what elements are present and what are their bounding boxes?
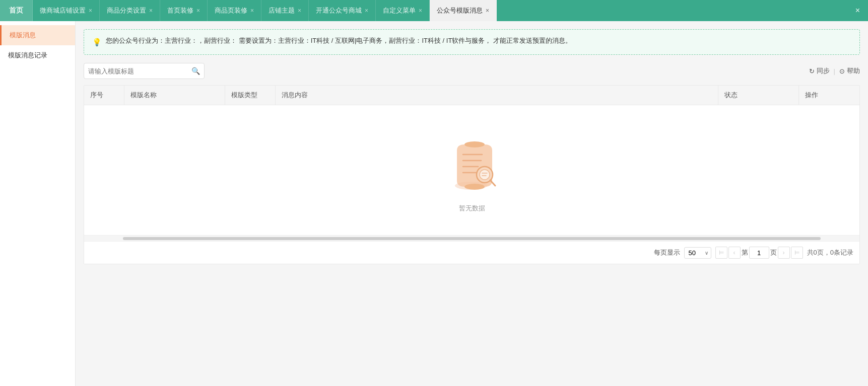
- table-header: 序号 模版名称 模版类型 消息内容 状态 操作: [84, 86, 859, 105]
- page-navigation: ⊨ ‹ 第 页 › ⊨: [715, 247, 803, 259]
- nav-tab-template-msg[interactable]: 公众号模版消息 ×: [430, 0, 497, 21]
- nav-tab-custom-menu-label: 自定义菜单: [383, 6, 416, 15]
- nav-tab-shop-theme-label: 店铺主题: [269, 6, 295, 15]
- search-bar: 🔍 ↻ 同步 | ⊙ 帮助: [84, 63, 860, 79]
- pagination: 每页显示 50 10 20 100 ⊨ ‹ 第 页: [84, 241, 859, 264]
- help-button[interactable]: ⊙ 帮助: [839, 66, 860, 75]
- page-number-input[interactable]: [749, 247, 769, 259]
- empty-illustration: [442, 135, 502, 196]
- search-input-wrap: 🔍: [84, 63, 205, 79]
- page-word2: 页: [770, 248, 777, 257]
- horizontal-scrollbar[interactable]: [84, 235, 859, 241]
- sidebar-item-template-message[interactable]: 模版消息: [0, 25, 75, 45]
- notice-highlight: 需要设置为：主营行业：IT科技 / 互联网|电子商务，副营行业：IT科技 / I…: [239, 37, 492, 44]
- close-home-decor[interactable]: ×: [196, 7, 200, 14]
- nav-tab-open-mall[interactable]: 开通公众号商城 ×: [309, 0, 376, 21]
- sidebar: 模版消息 模版消息记录: [0, 21, 76, 386]
- total-info: 共0页，0条记录: [807, 248, 853, 257]
- svg-point-2: [464, 184, 485, 190]
- bulb-icon: 💡: [92, 36, 102, 48]
- svg-point-8: [480, 170, 490, 180]
- first-page-button[interactable]: ⊨: [715, 247, 727, 259]
- close-product-decor[interactable]: ×: [250, 7, 254, 14]
- table: 序号 模版名称 模版类型 消息内容 状态 操作: [84, 85, 860, 264]
- search-input[interactable]: [88, 67, 191, 75]
- page-input-wrap: [749, 247, 769, 259]
- th-name: 模版名称: [124, 86, 225, 105]
- page-size-select[interactable]: 50 10 20 100: [684, 247, 711, 259]
- search-icon[interactable]: 🔍: [191, 67, 200, 75]
- help-label: 帮助: [847, 66, 860, 75]
- nav-tab-home-decor[interactable]: 首页装修 ×: [160, 0, 208, 21]
- nav-tab-shop-settings-label: 微商城店铺设置: [40, 6, 86, 15]
- last-page-button[interactable]: ⊨: [791, 247, 803, 259]
- top-nav: 首页 微商城店铺设置 × 商品分类设置 × 首页装修 × 商品页装修 × 店铺主…: [0, 0, 868, 21]
- th-action: 操作: [799, 86, 859, 105]
- sidebar-item-template-message-log-label: 模版消息记录: [8, 51, 47, 59]
- notice-box: 💡 您的公众号行业为：主营行业：，副营行业： 需要设置为：主营行业：IT科技 /…: [84, 29, 860, 55]
- th-content: 消息内容: [276, 86, 718, 105]
- sidebar-item-template-message-label: 模版消息: [10, 31, 36, 39]
- sync-icon: ↻: [809, 67, 815, 75]
- nav-tab-shop-settings[interactable]: 微商城店铺设置 ×: [33, 0, 100, 21]
- sync-button[interactable]: ↻ 同步: [809, 66, 830, 75]
- notice-text: 您的公众号行业为：主营行业：，副营行业： 需要设置为：主营行业：IT科技 / 互…: [106, 36, 572, 46]
- help-circle-icon: ⊙: [839, 67, 845, 75]
- prev-page-button[interactable]: ‹: [728, 247, 741, 259]
- close-template-msg[interactable]: ×: [486, 7, 489, 14]
- nav-tab-product-decor-label: 商品页装修: [215, 6, 247, 15]
- nav-tab-product-decor[interactable]: 商品页装修 ×: [208, 0, 261, 21]
- divider: |: [834, 67, 835, 75]
- nav-tab-open-mall-label: 开通公众号商城: [316, 6, 362, 15]
- page-word: 第: [742, 248, 748, 257]
- sync-label: 同步: [817, 66, 830, 75]
- empty-text: 暂无数据: [459, 204, 485, 213]
- sidebar-item-template-message-log[interactable]: 模版消息记录: [0, 45, 75, 65]
- svg-point-1: [464, 141, 485, 147]
- main-layout: 模版消息 模版消息记录 💡 您的公众号行业为：主营行业：，副营行业： 需要设置为…: [0, 21, 868, 386]
- nav-tab-category-settings[interactable]: 商品分类设置 ×: [100, 0, 160, 21]
- scrollbar-thumb[interactable]: [123, 237, 821, 240]
- nav-tab-home-decor-label: 首页装修: [167, 6, 193, 15]
- toolbar-right: ↻ 同步 | ⊙ 帮助: [809, 66, 860, 75]
- th-index: 序号: [84, 86, 124, 105]
- close-open-mall[interactable]: ×: [365, 7, 368, 14]
- content-area: 💡 您的公众号行业为：主营行业：，副营行业： 需要设置为：主营行业：IT科技 /…: [76, 21, 868, 386]
- nav-tab-shop-theme[interactable]: 店铺主题 ×: [261, 0, 309, 21]
- close-shop-settings[interactable]: ×: [89, 7, 92, 14]
- close-category-settings[interactable]: ×: [149, 7, 153, 14]
- nav-tab-home[interactable]: 首页: [0, 0, 33, 21]
- close-all-tabs-button[interactable]: ×: [847, 6, 868, 15]
- close-custom-menu[interactable]: ×: [419, 7, 422, 14]
- th-type: 模版类型: [225, 86, 276, 105]
- next-page-button[interactable]: ›: [778, 247, 790, 259]
- nav-tab-template-msg-label: 公众号模版消息: [437, 6, 483, 15]
- empty-state: 暂无数据: [84, 105, 859, 233]
- page-size-label: 每页显示: [654, 248, 680, 257]
- nav-tab-home-label: 首页: [9, 6, 23, 15]
- nav-tab-custom-menu[interactable]: 自定义菜单 ×: [376, 0, 430, 21]
- nav-tab-category-settings-label: 商品分类设置: [107, 6, 146, 15]
- page-size-select-wrap[interactable]: 50 10 20 100: [684, 247, 711, 259]
- th-status: 状态: [718, 86, 799, 105]
- close-shop-theme[interactable]: ×: [298, 7, 301, 14]
